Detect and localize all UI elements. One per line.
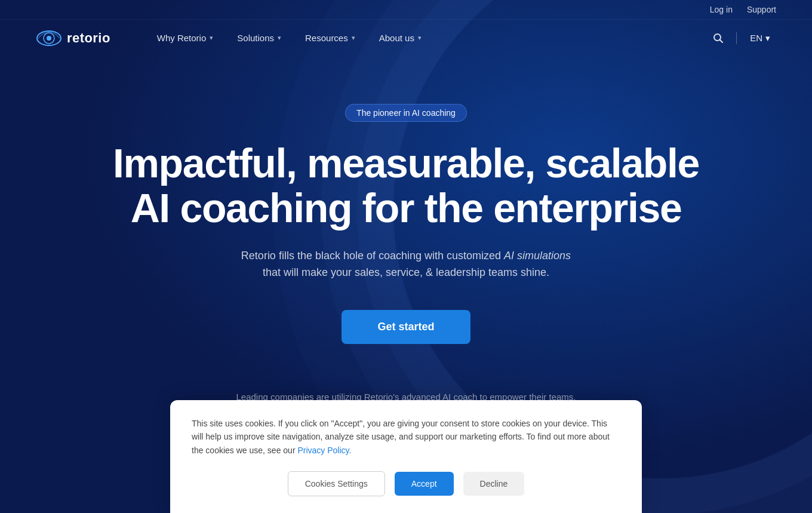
main-nav: retorio Why Retorio ▾ Solutions ▾ Resour… [0, 20, 812, 56]
nav-links: Why Retorio ▾ Solutions ▾ Resources ▾ Ab… [146, 27, 708, 49]
hero-title: Impactful, measurable, scalable AI coach… [107, 141, 705, 231]
cookie-actions: Cookies Settings Accept Decline [192, 471, 620, 496]
privacy-policy-link[interactable]: Privacy Policy. [297, 446, 351, 455]
cookies-settings-button[interactable]: Cookies Settings [288, 471, 385, 496]
nav-item-solutions[interactable]: Solutions ▾ [226, 27, 292, 49]
chevron-down-icon: ▾ [352, 34, 355, 42]
support-link[interactable]: Support [747, 5, 776, 14]
nav-item-resources[interactable]: Resources ▾ [294, 27, 366, 49]
chevron-down-icon: ▾ [765, 33, 770, 44]
cookies-decline-button[interactable]: Decline [463, 472, 525, 496]
nav-item-about-us[interactable]: About us ▾ [368, 27, 432, 49]
logo-text: retorio [67, 30, 110, 46]
search-icon [712, 32, 724, 44]
chevron-down-icon: ▾ [418, 34, 422, 42]
search-button[interactable] [708, 27, 729, 49]
chevron-down-icon: ▾ [210, 34, 213, 42]
hero-subtitle: Retorio fills the black hole of coaching… [36, 247, 776, 282]
nav-right: EN ▾ [708, 27, 776, 49]
login-link[interactable]: Log in [710, 5, 733, 14]
nav-item-why-retorio[interactable]: Why Retorio ▾ [146, 27, 224, 49]
logo-icon [36, 30, 62, 47]
hero-badge: The pioneer in AI coaching [345, 104, 467, 122]
language-selector[interactable]: EN ▾ [744, 29, 776, 47]
cookie-text: This site uses cookies. If you click on … [192, 417, 620, 457]
chevron-down-icon: ▾ [278, 34, 281, 42]
top-bar: Log in Support [0, 0, 812, 20]
cookie-banner: This site uses cookies. If you click on … [170, 400, 642, 513]
hero-section: The pioneer in AI coaching Impactful, me… [0, 56, 812, 380]
nav-divider [736, 32, 737, 44]
svg-point-2 [47, 36, 51, 41]
get-started-button[interactable]: Get started [342, 310, 470, 344]
cookies-accept-button[interactable]: Accept [395, 472, 454, 496]
logo[interactable]: retorio [36, 30, 110, 47]
